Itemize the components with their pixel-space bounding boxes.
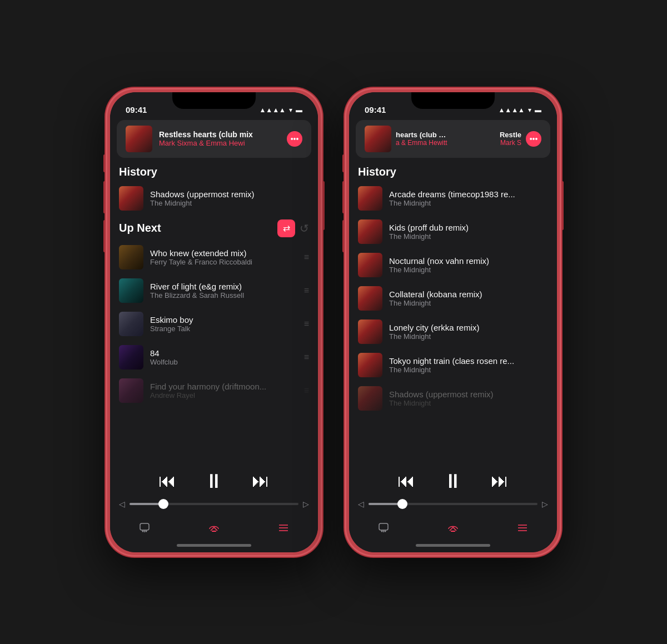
up-next-list-left: Who knew (extended mix) Ferry Tayle & Fr… — [110, 241, 318, 407]
vol-thumb-left[interactable] — [158, 499, 168, 509]
svg-point-2 — [146, 530, 147, 532]
vol-track-left[interactable] — [130, 503, 298, 505]
power-button-right[interactable] — [561, 181, 564, 230]
dual-title-2: Restle — [500, 131, 521, 139]
info-shadows-right: Shadows (uppermost remix) The Midnight — [389, 390, 548, 407]
airplay-button-right[interactable] — [438, 520, 468, 540]
track-thumb-shadows — [119, 186, 143, 211]
title-nocturnal: Nocturnal (nox vahn remix) — [389, 256, 548, 266]
more-button-left[interactable]: ••• — [287, 131, 302, 147]
lyrics-button-left[interactable] — [130, 520, 160, 540]
vol-track-right[interactable] — [369, 503, 537, 505]
volume-down-button[interactable] — [103, 220, 106, 252]
drag-eskimo[interactable]: ≡ — [304, 319, 309, 329]
info-nocturnal: Nocturnal (nox vahn remix) The Midnight — [389, 256, 548, 274]
drag-who-knew[interactable]: ≡ — [304, 252, 309, 262]
track-tokyo[interactable]: Tokyo night train (claes rosen re... The… — [349, 348, 557, 382]
track-lonely[interactable]: Lonely city (erkka remix) The Midnight — [349, 315, 557, 348]
wifi-icon-left: ▾ — [289, 106, 292, 114]
vol-high-icon-left: ▷ — [303, 500, 309, 508]
dual-artist-1: a & Emma Hewitt — [396, 139, 450, 147]
power-button[interactable] — [322, 181, 325, 230]
info-arcade: Arcade dreams (timecop1983 re... The Mid… — [389, 189, 548, 207]
thumb-kids — [358, 219, 382, 244]
track-collateral[interactable]: Collateral (kobana remix) The Midnight — [349, 282, 557, 315]
repeat-button-left[interactable]: ↺ — [300, 222, 309, 235]
prev-button-left[interactable]: ⏮ — [158, 471, 176, 491]
prev-button-right[interactable]: ⏮ — [397, 471, 415, 491]
now-playing-title-left: Restless hearts (club mix — [159, 130, 280, 139]
track-who-knew[interactable]: Who knew (extended mix) Ferry Tayle & Fr… — [110, 241, 318, 274]
title-tokyo: Tokyo night train (claes rosen re... — [389, 356, 548, 366]
pause-button-left[interactable]: ⏸ — [204, 470, 224, 493]
history-track-0[interactable]: Shadows (uppermost remix) The Midnight — [110, 182, 318, 215]
title-lonely: Lonely city (erkka remix) — [389, 323, 548, 332]
history-label-right: History — [349, 161, 557, 182]
track-84[interactable]: 84 Wolfclub ≡ — [110, 341, 318, 374]
now-playing-thumb-left — [126, 126, 152, 152]
track-eskimo[interactable]: Eskimo boy Strange Talk ≡ — [110, 307, 318, 341]
drag-harmony[interactable]: ≡ — [304, 386, 309, 396]
now-playing-bar-right[interactable]: hearts (club mix) a & Emma Hewitt Restle… — [356, 120, 550, 158]
info-collateral: Collateral (kobana remix) The Midnight — [389, 289, 548, 307]
volume-up-button[interactable] — [103, 181, 106, 213]
artist-tokyo: The Midnight — [389, 366, 548, 374]
thumb-river — [119, 278, 143, 303]
track-shadows-right[interactable]: Shadows (uppermost remix) The Midnight — [349, 382, 557, 415]
mute-button-right[interactable] — [342, 154, 345, 172]
artist-lonely: The Midnight — [389, 332, 548, 341]
more-button-right[interactable]: ••• — [526, 131, 541, 147]
drag-river[interactable]: ≡ — [304, 286, 309, 296]
status-time-left: 09:41 — [126, 105, 147, 114]
thumb-tokyo — [358, 353, 382, 377]
title-river: River of light (e&g remix) — [150, 282, 297, 291]
artist-eskimo: Strange Talk — [150, 325, 297, 333]
lyrics-button-right[interactable] — [369, 520, 399, 540]
track-kids[interactable]: Kids (proff dub remix) The Midnight — [349, 215, 557, 248]
thumb-84 — [119, 345, 143, 370]
shuffle-button-left[interactable]: ⇄ — [277, 219, 295, 237]
status-icons-right: ▲▲▲▲ ▾ ▬ — [498, 106, 541, 114]
now-playing-art-left — [126, 126, 152, 152]
status-icons-left: ▲▲▲▲ ▾ ▬ — [259, 106, 302, 114]
vol-low-icon-left: ◁ — [119, 500, 125, 508]
track-artist-shadows: The Midnight — [150, 199, 309, 207]
pause-button-right[interactable]: ⏸ — [443, 470, 463, 493]
phone-screen-right: 09:41 ▲▲▲▲ ▾ ▬ hearts (club mix) — [349, 92, 557, 552]
queue-button-left[interactable] — [268, 520, 298, 540]
track-harmony[interactable]: Find your harmony (driftmoon... Andrew R… — [110, 374, 318, 407]
queue-button-right[interactable] — [507, 520, 537, 540]
scroll-content-right: History Arcade dreams (timecop1983 re...… — [349, 161, 557, 461]
playback-controls-right: ⏮ ⏸ ⏭ — [349, 461, 557, 497]
artist-kids: The Midnight — [389, 232, 548, 241]
signal-icon-right: ▲▲▲▲ — [498, 106, 525, 114]
phone-frame-right: 09:41 ▲▲▲▲ ▾ ▬ hearts (club mix) — [345, 88, 561, 557]
track-title-shadows: Shadows (uppermost remix) — [150, 189, 309, 199]
thumb-collateral — [358, 286, 382, 311]
info-lonely: Lonely city (erkka remix) The Midnight — [389, 323, 548, 341]
artist-harmony: Andrew Rayel — [150, 391, 297, 400]
next-button-right[interactable]: ⏭ — [491, 471, 509, 491]
vol-thumb-right[interactable] — [397, 499, 407, 509]
now-playing-bar-left[interactable]: Restless hearts (club mix Mark Sixma & E… — [117, 120, 311, 158]
track-nocturnal[interactable]: Nocturnal (nox vahn remix) The Midnight — [349, 248, 557, 282]
artist-river: The Blizzard & Sarah Russell — [150, 291, 297, 299]
svg-rect-0 — [140, 523, 149, 530]
title-kids: Kids (proff dub remix) — [389, 223, 548, 232]
thumb-eskimo — [119, 312, 143, 336]
drag-84[interactable]: ≡ — [304, 352, 309, 362]
mute-button[interactable] — [103, 154, 106, 172]
track-arcade[interactable]: Arcade dreams (timecop1983 re... The Mid… — [349, 182, 557, 215]
info-eskimo: Eskimo boy Strange Talk — [150, 315, 297, 333]
airplay-button-left[interactable] — [199, 520, 229, 540]
track-river[interactable]: River of light (e&g remix) The Blizzard … — [110, 274, 318, 307]
volume-up-button-right[interactable] — [342, 181, 345, 213]
now-playing-thumb-right-1 — [365, 126, 391, 152]
svg-rect-4 — [212, 531, 216, 532]
thumb-harmony — [119, 378, 143, 403]
next-button-left[interactable]: ⏭ — [252, 471, 270, 491]
wifi-icon-right: ▾ — [528, 106, 531, 114]
volume-down-button-right[interactable] — [342, 220, 345, 252]
phone-screen-left: 09:41 ▲▲▲▲ ▾ ▬ Restless hearts (club mix… — [110, 92, 318, 552]
track-info-shadows: Shadows (uppermost remix) The Midnight — [150, 189, 309, 207]
